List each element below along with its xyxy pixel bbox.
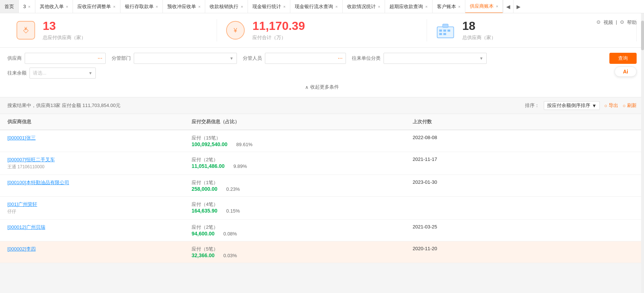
filter-section: 供应商 ··· 分管部门 ▼ 分管人员 ··· 往来单位分类 [0, 48, 644, 97]
row5-lastpay: 2021-03-25 [413, 224, 637, 230]
help-link[interactable]: 帮助 [627, 19, 637, 26]
nav-payment-stat-label: 收款情况统计 [347, 3, 376, 10]
col-header-supplier: 供应商信息 [7, 118, 192, 125]
row5-supplier-name[interactable]: [000012]广州贝瑞 [7, 224, 192, 231]
col-header-transaction: 应付交易信息（占比） [192, 118, 413, 125]
row3-lastpay: 2023-01-30 [413, 179, 637, 185]
query-button[interactable]: 查询 [609, 53, 637, 64]
filter-supplier: 供应商 ··· [7, 53, 106, 64]
refresh-icon: ○ [623, 103, 626, 108]
row3-supplier-name[interactable]: [000100]本特勤油品有限公司 [7, 179, 192, 186]
result-bar: 搜索结果中，供应商13家 应付金额 111,703,854.00元 排序： 按应… [0, 97, 644, 114]
ap-total-label: 应付合计（万） [252, 34, 305, 41]
svg-rect-9 [439, 33, 442, 35]
balance-chevron-icon: ▼ [88, 71, 92, 75]
nav-home[interactable]: 首页 [0, 0, 19, 13]
nav-prepay-ar-close[interactable]: × [198, 4, 200, 9]
export-button[interactable]: ○ 导出 [604, 102, 618, 109]
nav-ar-ap-adjust-close[interactable]: × [113, 4, 115, 9]
row4-supplier-name[interactable]: [001]广州荣轩 [7, 201, 192, 208]
supplier-filter-label: 供应商 [7, 55, 22, 62]
person-dots[interactable]: ··· [338, 55, 343, 62]
sort-select[interactable]: 按应付余额倒序排序 ▼ [544, 101, 600, 110]
row4-supplier-contact: 仔仔 [7, 208, 192, 215]
ap-total-icon: ¥ [224, 19, 246, 41]
nav-payment-verify-close[interactable]: × [241, 4, 243, 9]
supplier-input[interactable] [28, 53, 98, 63]
nav-prepay-ar[interactable]: 预收冲应收单 × [163, 0, 205, 13]
table-row[interactable]: [000100]本特勤油品有限公司 应付（1笔） 258,000.00 0.23… [0, 175, 644, 197]
nav-bank-deposit[interactable]: 银行存取款单 × [120, 0, 163, 13]
table-row[interactable]: [000012]广州贝瑞 应付（2笔） 94,600.00 0.08% 2021… [0, 220, 644, 241]
row6-supplier-name[interactable]: [000002]李四 [7, 246, 192, 252]
refresh-button[interactable]: ○ 刷新 [623, 102, 637, 109]
supplier-dots[interactable]: ··· [98, 55, 102, 62]
nav-payment-verify[interactable]: 收款核销执行 × [205, 0, 248, 13]
nav-cash-bank-flow-close[interactable]: × [335, 4, 337, 9]
nav-supplier-ledger-close[interactable]: × [496, 4, 498, 8]
row6-transaction-percent: 0.03% [223, 253, 237, 258]
nav-other-income[interactable]: 其他收入单 × [35, 0, 73, 13]
collapse-button[interactable]: ∧ 收起更多条件 [305, 84, 339, 90]
nav-payment-stat-close[interactable]: × [378, 4, 380, 9]
row2-transaction-label: 应付（2笔） [192, 156, 413, 163]
row6-transaction-amount[interactable]: 32,366.00 [192, 252, 214, 258]
nav-tab3[interactable]: 3 × [19, 0, 35, 13]
nav-bank-deposit-close[interactable]: × [156, 4, 158, 9]
row5-transaction-row: 94,600.00 0.08% [192, 231, 413, 237]
nav-ar-ap-adjust[interactable]: 应收应付调整单 × [73, 0, 120, 13]
ai-button[interactable]: Ai [615, 66, 637, 77]
person-input[interactable] [268, 53, 338, 63]
row3-transaction-label: 应付（1笔） [192, 179, 413, 186]
row1-supplier-name[interactable]: [000001]张三 [7, 135, 192, 141]
nav-customer-ledger[interactable]: 客户账本 × [433, 0, 465, 13]
dept-filter-label: 分管部门 [112, 55, 131, 62]
row4-transaction-percent: 0.15% [226, 208, 240, 214]
nav-other-income-close[interactable]: × [66, 4, 68, 9]
summary-card-ap-total: ¥ 11,170.39 应付合计（万） [217, 19, 427, 41]
row2-supplier-name[interactable]: [000007]恒旺二手叉车 [7, 156, 192, 163]
nav-prev-arrow[interactable]: ◀ [503, 0, 513, 13]
export-icon: ○ [604, 103, 607, 108]
row2-supplier-col: [000007]恒旺二手叉车 王通 17106110000 [7, 156, 192, 170]
row5-transaction-amount[interactable]: 94,600.00 [192, 231, 214, 237]
row1-lastpay: 2022-08-08 [413, 135, 637, 140]
table-row[interactable]: [001]广州荣轩 仔仔 应付（4笔） 164,635.90 0.15% [0, 197, 644, 220]
nav-next-arrow[interactable]: ▶ [513, 0, 524, 13]
filter-row-1: 供应商 ··· 分管部门 ▼ 分管人员 ··· 往来单位分类 [7, 53, 637, 64]
nav-overdue-ar[interactable]: 超期应收款查询 × [385, 0, 432, 13]
person-filter-label: 分管人员 [243, 55, 262, 62]
nav-overdue-ar-close[interactable]: × [425, 4, 427, 9]
table-row[interactable]: [000001]张三 应付（15笔） 100,092,540.00 89.61%… [0, 130, 644, 152]
table-row[interactable]: [000002]李四 应付（5笔） 32,366.00 0.03% 2020-1… [0, 241, 644, 263]
scrollbar-thumb[interactable] [641, 21, 644, 50]
video-icon: ⊙ [596, 19, 601, 26]
sort-value: 按应付余额倒序排序 [547, 102, 590, 109]
nav-cash-bank-stat[interactable]: 现金银行统计 × [248, 0, 290, 13]
nav-tab3-label: 3 [23, 4, 26, 9]
summary-section: ◇ ¥ 13 总应付供应商（家） ¥ 11,170.39 应付合计（万） [0, 13, 644, 48]
row4-transaction-amount[interactable]: 164,635.90 [192, 208, 217, 214]
video-link[interactable]: 视频 [603, 19, 613, 26]
nav-supplier-ledger[interactable]: 供应商账本 × [465, 0, 503, 13]
row1-transaction-amount[interactable]: 100,092,540.00 [192, 141, 227, 147]
scrollbar[interactable] [641, 13, 644, 263]
balance-input[interactable]: 请选... [33, 70, 88, 76]
row5-transaction-label: 应付（2笔） [192, 224, 413, 231]
row3-supplier-col: [000100]本特勤油品有限公司 [7, 179, 192, 187]
nav-customer-ledger-close[interactable]: × [458, 4, 461, 9]
col-header-lastpay: 上次付数 [413, 118, 637, 125]
nav-cash-bank-stat-close[interactable]: × [283, 4, 286, 9]
row4-transaction-label: 应付（4笔） [192, 201, 413, 208]
table-row[interactable]: [000007]恒旺二手叉车 王通 17106110000 应付（2笔） 11,… [0, 152, 644, 175]
nav-payment-stat[interactable]: 收款情况统计 × [343, 0, 385, 13]
nav-cash-bank-flow[interactable]: 现金银行流水查询 × [290, 0, 342, 13]
row2-transaction-amount[interactable]: 11,051,486.00 [192, 163, 225, 169]
svg-rect-10 [443, 33, 446, 35]
row1-supplier-col: [000001]张三 [7, 135, 192, 142]
balance-filter-label: 往来余额 [7, 70, 27, 76]
row3-transaction-amount[interactable]: 258,000.00 [192, 186, 217, 192]
nav-tab3-close[interactable]: × [28, 4, 30, 9]
ap-suppliers-label: 总应付供应商（家） [43, 34, 86, 41]
row6-transaction-col: 应付（5笔） 32,366.00 0.03% [192, 246, 413, 258]
